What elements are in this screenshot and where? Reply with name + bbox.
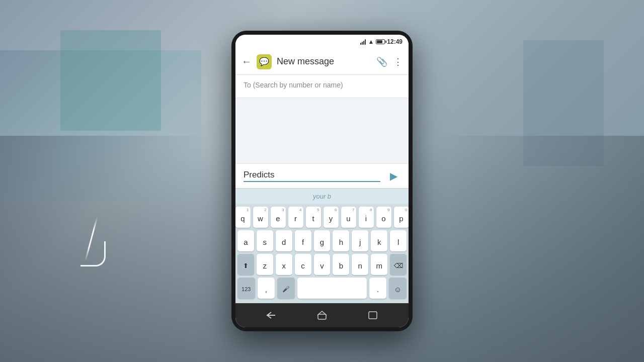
svg-rect-1 — [318, 314, 326, 319]
space-key[interactable] — [297, 278, 367, 299]
app-bar: ← 💬 New message 📎 ⋮ — [235, 49, 409, 75]
swipe-hint-text: your b — [313, 193, 331, 200]
key-v[interactable]: v — [314, 254, 331, 275]
key-e[interactable]: 3e — [271, 207, 286, 228]
shift-key[interactable]: ⬆ — [237, 254, 254, 275]
key-x[interactable]: x — [276, 254, 292, 275]
keyboard-row-4: 123 , 🎤 . ☺ — [237, 278, 407, 299]
app-icon-emoji: 💬 — [259, 57, 269, 66]
battery-fill — [377, 40, 382, 43]
more-options-icon[interactable]: ⋮ — [393, 56, 403, 67]
to-placeholder: To (Search by number or name) — [244, 81, 343, 89]
key-w[interactable]: 2w — [253, 207, 268, 228]
status-icons: ▲ 12:49 — [360, 38, 403, 45]
key-f[interactable]: f — [295, 230, 311, 251]
prediction-text[interactable]: Predicts — [244, 170, 380, 182]
phone-screen: ▲ 12:49 ← 💬 New message 📎 ⋮ — [235, 35, 409, 327]
nav-back-button[interactable] — [261, 305, 281, 325]
keyboard-row-1: 1q 2w 3e 4r 5t 6y 7u 8i 9o 0p — [237, 207, 407, 228]
emoji-key[interactable]: ☺ — [389, 278, 407, 299]
key-s[interactable]: s — [257, 230, 273, 251]
key-q[interactable]: 1q — [235, 207, 251, 228]
building-left — [60, 30, 161, 131]
key-h[interactable]: h — [333, 230, 349, 251]
key-y[interactable]: 6y — [324, 207, 339, 228]
key-l[interactable]: l — [390, 230, 407, 251]
key-n[interactable]: n — [352, 254, 368, 275]
app-title: New message — [277, 56, 371, 67]
app-icon: 💬 — [257, 54, 272, 69]
wifi-icon: ▲ — [368, 38, 374, 45]
toolbar-icons: 📎 ⋮ — [376, 56, 403, 67]
key-d[interactable]: d — [276, 230, 292, 251]
keyboard: 1q 2w 3e 4r 5t 6y 7u 8i 9o 0p a s d f — [235, 204, 409, 303]
key-m[interactable]: m — [371, 254, 387, 275]
num-switch-key[interactable]: 123 — [237, 278, 255, 299]
status-bar: ▲ 12:49 — [235, 35, 409, 49]
microphone-key[interactable]: 🎤 — [277, 278, 295, 299]
key-c[interactable]: c — [295, 254, 311, 275]
attachment-icon[interactable]: 📎 — [376, 56, 387, 67]
message-area[interactable] — [235, 98, 409, 163]
send-button[interactable]: ▶ — [384, 167, 403, 185]
key-z[interactable]: z — [257, 254, 273, 275]
prediction-bar: Predicts ▶ — [235, 163, 409, 189]
keyboard-row-3: ⬆ z x c v b n m ⌫ — [237, 254, 407, 275]
key-i[interactable]: 8i — [359, 207, 374, 228]
key-o[interactable]: 9o — [376, 207, 391, 228]
key-r[interactable]: 4r — [288, 207, 303, 228]
svg-rect-2 — [369, 312, 377, 319]
to-field[interactable]: To (Search by number or name) — [235, 75, 409, 98]
signal-icon — [360, 39, 366, 45]
phone-body: ▲ 12:49 ← 💬 New message 📎 ⋮ — [231, 31, 413, 331]
battery-icon — [376, 39, 385, 44]
key-k[interactable]: k — [371, 230, 387, 251]
backspace-key[interactable]: ⌫ — [390, 254, 407, 275]
status-time: 12:49 — [387, 38, 403, 45]
key-p[interactable]: 0p — [394, 207, 409, 228]
key-t[interactable]: 5t — [306, 207, 321, 228]
crowd-left — [0, 136, 211, 362]
key-a[interactable]: a — [237, 230, 254, 251]
keyboard-row-2: a s d f g h j k l — [237, 230, 407, 251]
phone-wrapper: ▲ 12:49 ← 💬 New message 📎 ⋮ — [231, 31, 413, 331]
nav-bar — [235, 303, 409, 327]
crowd-right — [433, 136, 644, 362]
nav-home-button[interactable] — [312, 305, 332, 325]
key-u[interactable]: 7u — [341, 207, 356, 228]
key-b[interactable]: b — [333, 254, 349, 275]
swipe-hint: your b — [235, 189, 409, 204]
key-j[interactable]: j — [352, 230, 368, 251]
key-period[interactable]: . — [369, 278, 387, 299]
nav-recents-button[interactable] — [363, 305, 383, 325]
back-button[interactable]: ← — [242, 56, 252, 67]
key-comma[interactable]: , — [258, 278, 275, 299]
key-g[interactable]: g — [314, 230, 331, 251]
